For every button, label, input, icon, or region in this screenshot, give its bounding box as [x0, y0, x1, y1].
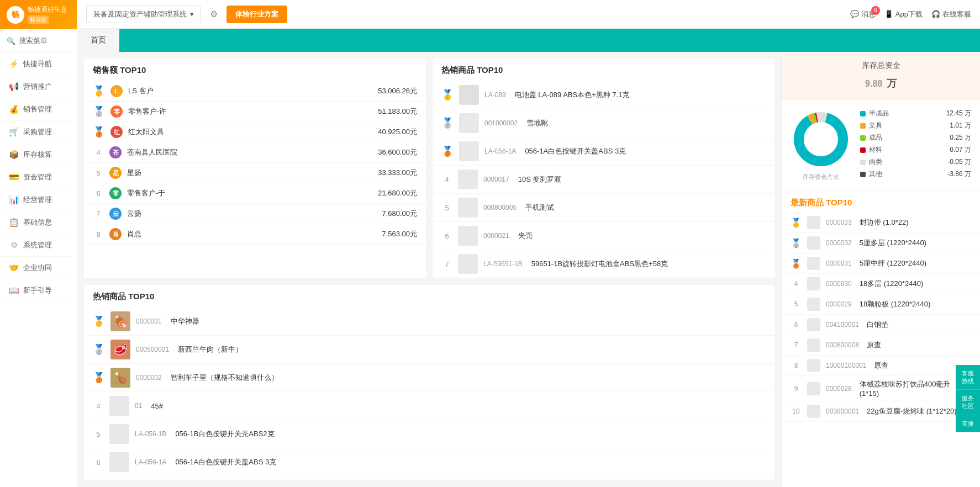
product-sold-3: 🥉 LA-056-1A 056-1A白色按键开关盖ABS 3克: [433, 137, 774, 166]
collaboration-icon: 🤝: [9, 263, 19, 273]
product-img-1: [459, 85, 479, 105]
hot-product-5: 5 LA-056-1B 056-1B白色按键开关壳ABS2克: [84, 420, 774, 448]
sidebar-item-quick-nav[interactable]: ⚡ 快捷导航: [0, 53, 77, 76]
sidebar-item-collaboration[interactable]: 🤝 企业协同: [0, 257, 77, 279]
inventory-header: 库存总资金 9.88 万: [782, 52, 980, 100]
sidebar-item-finance[interactable]: 💳 资金管理: [0, 166, 77, 189]
sidebar-item-label: 基础信息: [23, 218, 52, 227]
new-product-3: 🥉 0000031 5厘中纤 (1220*2440): [782, 253, 980, 274]
dropdown-icon: ▾: [190, 10, 194, 18]
sidebar-item-label: 采购管理: [23, 127, 52, 137]
hot-product-1: 🥇 🍖 0000001 中华神器: [84, 308, 774, 336]
sidebar-item-label: 新手引导: [23, 285, 52, 295]
app-download-button[interactable]: 📱 App下载: [884, 9, 923, 19]
medal-bronze-icon-p3: 🥉: [441, 145, 454, 157]
sidebar-item-basic-info[interactable]: 📋 基础信息: [0, 211, 77, 234]
main-content: 装备及固定资产辅助管理系统 ▾ ⚙ 体验行业方案 💬 消息 6 📱 App下载 …: [77, 0, 980, 487]
product-img-3: [459, 141, 479, 161]
messages-button[interactable]: 💬 消息 6: [850, 9, 876, 19]
sidebar-item-label: 企业协同: [23, 263, 52, 273]
sidebar-item-label: 营销推广: [23, 82, 52, 92]
sidebar-item-inventory[interactable]: 📦 库存核算: [0, 144, 77, 166]
customer-rank-6: 6 零 零售客户-于 21,680.00元: [84, 183, 426, 204]
customer-name-1: LS 客户: [128, 86, 372, 96]
customer-top10-title: 销售额 TOP10: [84, 59, 426, 81]
online-service-label: 在线客服: [942, 9, 971, 19]
sidebar-item-label: 快捷导航: [23, 59, 52, 69]
customer-rank-7: 7 云 云扬 7,680.00元: [84, 204, 426, 224]
customer-badge-4: 苍: [109, 146, 122, 158]
product-img-7: [458, 254, 478, 274]
medal-np1: 🥇: [791, 218, 802, 228]
float-btn-community[interactable]: 服务社区: [956, 390, 980, 415]
legend-item-4: 肉类 -0.05 万: [860, 157, 971, 167]
phone-icon: 📱: [884, 10, 893, 18]
medal-gold-icon: 🥇: [93, 85, 105, 97]
legend-item-3: 材料 0.07 万: [860, 145, 971, 155]
new-product-7: 7 000800008 原查: [782, 335, 980, 356]
product-img-5: [458, 198, 478, 218]
messages-badge: 6: [871, 6, 880, 15]
purchase-icon: 🛒: [9, 127, 19, 137]
new-product-8: 8 10000100001 原查: [782, 356, 980, 376]
settings-button[interactable]: ⚙: [208, 7, 220, 22]
product-img-6: [458, 226, 478, 246]
tab-home[interactable]: 首页: [77, 29, 119, 52]
customer-name-8: 肖总: [127, 229, 376, 239]
customer-amount-3: 40,925.00元: [378, 127, 417, 137]
medal-bronze-icon: 🥉: [93, 126, 105, 138]
new-product-10: 10 003800001 22g鱼豆腐-烧烤味 (1*12*20): [782, 401, 980, 422]
float-btn-service[interactable]: 客服热线: [956, 365, 980, 390]
sidebar-item-guide[interactable]: 📖 新手引导: [0, 279, 77, 302]
management-icon: 📊: [9, 195, 19, 205]
quick-nav-icon: ⚡: [9, 59, 19, 69]
customer-amount-6: 21,680.00元: [378, 188, 417, 198]
legend-list: 半成品 12.45 万 文具 1.01 万 成品 0.25 万: [860, 109, 971, 182]
content-area: 销售额 TOP10 🥇 L LS 客户 53,006.26元 🥈 零 零售客户-…: [77, 52, 980, 487]
sidebar-item-sales[interactable]: 💰 销售管理: [0, 98, 77, 121]
np-img-7: [807, 338, 820, 352]
legend-dot-0: [860, 111, 866, 117]
new-product-6: 6 004100001 白钢垫: [782, 315, 980, 335]
np-img-4: [807, 277, 820, 290]
customer-rank-3: 🥉 红 红太阳文具 40,925.00元: [84, 122, 426, 142]
hot-product-7: 7 NB2.0X30B 2.0X30MM双摆花轴,摆花直径2.1MM/ROHS: [84, 477, 774, 480]
sidebar-item-marketing[interactable]: 📢 营销推广: [0, 76, 77, 98]
system-selector[interactable]: 装备及固定资产辅助管理系统 ▾: [86, 6, 201, 23]
customer-rank-5: 5 星 星扬 33,333.00元: [84, 163, 426, 183]
product-sold-6: 6 0000021 夹壳: [433, 222, 774, 250]
hot-product-2: 🥈 🥩 000500001 新西兰牛肉（新牛）: [84, 336, 774, 364]
legend-item-1: 文具 1.01 万: [860, 121, 971, 130]
sidebar-item-management[interactable]: 📊 经营管理: [0, 189, 77, 211]
logo-tag: 标准版: [28, 15, 49, 24]
sidebar-item-purchase[interactable]: 🛒 采购管理: [0, 121, 77, 144]
sidebar-item-system[interactable]: ⚙ 系统管理: [0, 234, 77, 257]
hot-product-img-5: [109, 424, 129, 444]
svg-point-5: [805, 124, 836, 155]
customer-badge-7: 云: [109, 208, 122, 220]
online-service-button[interactable]: 🎧 在线客服: [931, 9, 971, 19]
search-menu-button[interactable]: 🔍 搜索菜单: [7, 34, 70, 48]
customer-name-5: 星扬: [127, 168, 372, 178]
legend-item-0: 半成品 12.45 万: [860, 109, 971, 118]
hot-product-img-6: [109, 452, 129, 472]
top-header: 装备及固定资产辅助管理系统 ▾ ⚙ 体验行业方案 💬 消息 6 📱 App下载 …: [77, 0, 980, 29]
np-img-9: [807, 382, 820, 395]
float-btn-live[interactable]: 直播: [956, 415, 980, 432]
hot-product-4: 4 01 45#: [84, 392, 774, 420]
hot-product-6: 6 LA-056-1A 056-1A白色按键开关盖ABS 3克: [84, 448, 774, 477]
sidebar-item-label: 库存核算: [23, 150, 52, 160]
app-download-label: App下载: [895, 9, 923, 19]
medal-np3: 🥉: [791, 258, 802, 269]
np-img-2: [807, 236, 820, 250]
inventory-amount: 9.88 万: [791, 73, 971, 91]
legend-dot-3: [860, 147, 866, 153]
trial-button[interactable]: 体验行业方案: [226, 6, 287, 23]
customer-badge-3: 红: [110, 126, 123, 138]
products-sold-card: 热销商品 TOP10 🥇 LA-089 电池盖 LA-089 ABS本色+黑种 …: [433, 59, 774, 278]
hot-products-title: 热销商品 TOP10: [84, 285, 774, 308]
product-sold-5: 5 000800005 手机测试: [433, 194, 774, 222]
customer-top10-card: 销售额 TOP10 🥇 L LS 客户 53,006.26元 🥈 零 零售客户-…: [84, 59, 426, 278]
marketing-icon: 📢: [9, 82, 19, 92]
sidebar-logo: 畅 畅捷通好生意 标准版: [0, 0, 77, 29]
